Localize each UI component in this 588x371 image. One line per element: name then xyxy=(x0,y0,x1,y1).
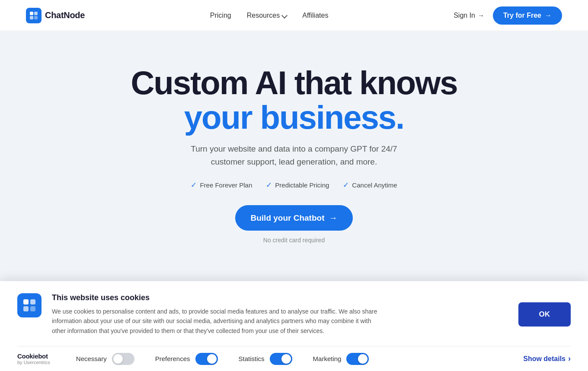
no-credit-card-text: No credit card required xyxy=(9,237,579,244)
cookie-body-text: We use cookies to personalise content an… xyxy=(52,307,380,336)
svg-rect-0 xyxy=(30,12,33,15)
svg-rect-2 xyxy=(30,16,33,19)
marketing-toggle[interactable] xyxy=(346,353,369,365)
preferences-toggle-knob xyxy=(207,354,217,364)
nav-links: Pricing Resources Affiliates xyxy=(210,12,329,19)
hero-title: Custom AI that knows your business. xyxy=(99,66,489,135)
svg-rect-1 xyxy=(34,12,38,15)
svg-rect-3 xyxy=(34,16,38,19)
statistics-toggle-knob xyxy=(281,354,291,364)
svg-rect-5 xyxy=(30,299,35,304)
logo-icon xyxy=(26,8,42,23)
necessary-toggle[interactable] xyxy=(112,353,134,365)
cookiebot-name: Cookiebot xyxy=(17,352,50,360)
show-details-link[interactable]: Show details › xyxy=(523,354,571,363)
try-free-button[interactable]: Try for Free → xyxy=(493,6,562,25)
logo-link[interactable]: ChatNode xyxy=(26,8,85,23)
navbar: ChatNode Pricing Resources Affiliates Si… xyxy=(0,0,588,31)
preferences-label: Preferences xyxy=(155,355,190,362)
check-icon-1: ✓ xyxy=(191,181,197,190)
cookie-title: This website uses cookies xyxy=(52,293,508,302)
cookiebot-brand: Cookiebot by Usercentrics xyxy=(17,352,50,365)
check-icon-3: ✓ xyxy=(343,181,349,190)
nav-affiliates[interactable]: Affiliates xyxy=(302,12,328,19)
statistics-toggle[interactable] xyxy=(270,353,292,365)
cookie-control-marketing: Marketing xyxy=(313,353,369,365)
statistics-label: Statistics xyxy=(239,355,265,362)
cookie-logo xyxy=(17,293,42,317)
cookie-controls: Necessary Preferences Statistics xyxy=(76,353,523,365)
cookie-top-section: This website uses cookies We use cookies… xyxy=(0,281,588,346)
resources-dropdown-icon xyxy=(281,12,288,18)
cta-arrow-icon: → xyxy=(329,213,337,223)
svg-rect-7 xyxy=(30,306,35,311)
show-details-chevron-icon: › xyxy=(568,354,571,363)
sign-in-arrow-icon: → xyxy=(478,12,484,19)
build-chatbot-button[interactable]: Build your Chatbot → xyxy=(235,205,353,231)
preferences-toggle[interactable] xyxy=(195,353,218,365)
badge-cancel: ✓ Cancel Anytime xyxy=(343,181,397,190)
cookiebot-by: by Usercentrics xyxy=(17,360,50,365)
try-free-arrow-icon: → xyxy=(545,12,552,19)
badge-pricing: ✓ Predictable Pricing xyxy=(266,181,329,190)
marketing-label: Marketing xyxy=(313,355,342,362)
badge-free-plan: ✓ Free Forever Plan xyxy=(191,181,252,190)
nav-actions: Sign In → Try for Free → xyxy=(454,6,562,25)
hero-section: Custom AI that knows your business. Turn… xyxy=(0,31,588,270)
cookie-control-statistics: Statistics xyxy=(239,353,292,365)
cookie-ok-button[interactable]: OK xyxy=(518,302,571,327)
check-icon-2: ✓ xyxy=(266,181,272,190)
cookie-banner: This website uses cookies We use cookies… xyxy=(0,281,588,371)
cookie-control-preferences: Preferences xyxy=(155,353,218,365)
hero-badges: ✓ Free Forever Plan ✓ Predictable Pricin… xyxy=(9,181,579,190)
logo-text: ChatNode xyxy=(45,10,85,20)
svg-rect-4 xyxy=(23,299,29,304)
nav-resources[interactable]: Resources xyxy=(247,12,287,19)
cookie-bottom-section: Cookiebot by Usercentrics Necessary Pref… xyxy=(0,346,588,371)
hero-subtitle: Turn your website and data into a compan… xyxy=(182,143,406,169)
cookie-content: This website uses cookies We use cookies… xyxy=(52,293,508,336)
necessary-toggle-knob xyxy=(113,354,123,364)
sign-in-button[interactable]: Sign In → xyxy=(454,12,484,19)
marketing-toggle-knob xyxy=(358,354,368,364)
necessary-label: Necessary xyxy=(76,355,107,362)
nav-pricing[interactable]: Pricing xyxy=(210,12,231,19)
svg-rect-6 xyxy=(23,306,29,311)
cookie-control-necessary: Necessary xyxy=(76,353,134,365)
